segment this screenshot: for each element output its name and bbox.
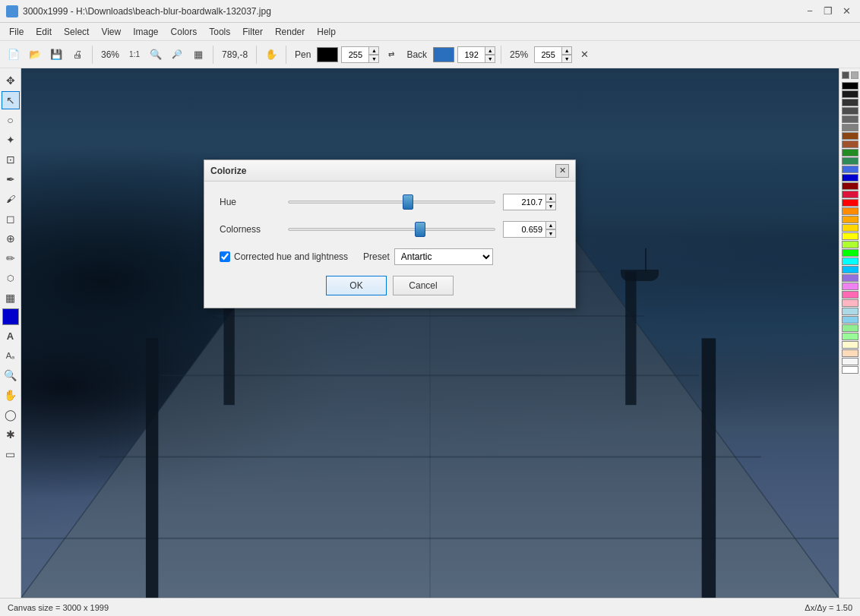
palette-btn-1[interactable] (842, 71, 849, 79)
corrected-checkbox[interactable] (220, 251, 230, 262)
menu-view[interactable]: View (95, 23, 127, 40)
swatch-mint[interactable] (842, 333, 858, 340)
swatch-lightyellow[interactable] (842, 341, 858, 349)
eyedropper-tool[interactable]: ✒ (2, 170, 20, 188)
zoom-out-btn[interactable]: 🔎 (168, 46, 186, 64)
menu-render[interactable]: Render (269, 23, 311, 40)
menu-tools[interactable]: Tools (203, 23, 236, 40)
preset-select[interactable]: Antartic Warm Cool Sepia Red Green Custo… (394, 248, 493, 265)
swatch-blue1[interactable] (842, 166, 858, 173)
hue-spin-down[interactable]: ▼ (545, 202, 556, 210)
swatch-pink1[interactable] (842, 291, 858, 299)
swatch-green2[interactable] (842, 157, 858, 165)
menu-help[interactable]: Help (311, 23, 342, 40)
zoom-tool[interactable]: 🔍 (2, 366, 20, 384)
swatch-red2[interactable] (842, 191, 858, 198)
swatch-orange1[interactable] (842, 207, 858, 215)
foreground-color[interactable] (2, 308, 19, 325)
rect-select-tool[interactable]: ▭ (2, 445, 20, 463)
ok-button[interactable]: OK (326, 276, 387, 295)
swatch-lightblue1[interactable] (842, 308, 858, 315)
corrected-label[interactable]: Corrected hue and lightness (234, 251, 348, 262)
swatch-dark3[interactable] (842, 107, 858, 115)
colorness-spin-up[interactable]: ▲ (545, 221, 556, 229)
save-btn[interactable]: 💾 (47, 46, 65, 64)
open-btn[interactable]: 📂 (26, 46, 44, 64)
colorness-spin-down[interactable]: ▼ (545, 229, 556, 238)
swatch-brown2[interactable] (842, 141, 858, 148)
new-btn[interactable]: 📄 (5, 46, 23, 64)
menu-filter[interactable]: Filter (236, 23, 269, 40)
menu-file[interactable]: File (3, 23, 30, 40)
swatch-red1[interactable] (842, 182, 858, 190)
zoom-11-btn[interactable]: 1:1 (125, 46, 144, 64)
magic-wand-tool[interactable]: ✦ (2, 131, 20, 149)
swatch-red3[interactable] (842, 199, 858, 207)
swap-colors-btn[interactable]: ⇄ (382, 46, 400, 64)
swatch-brown1[interactable] (842, 132, 858, 140)
swatch-lime2[interactable] (842, 249, 858, 257)
swatch-yellow2[interactable] (842, 232, 858, 240)
opacity-spin-down[interactable]: ▼ (561, 55, 572, 63)
hand-cursor-btn[interactable]: ✋ (262, 46, 280, 64)
back-value-input[interactable]: 192 (457, 46, 485, 63)
gradient-tool[interactable]: ▦ (2, 289, 20, 307)
swatch-dark1[interactable] (842, 90, 858, 98)
clear-btn[interactable]: ✕ (575, 46, 593, 64)
shape-tool[interactable]: ◯ (2, 406, 20, 424)
swatch-blue2[interactable] (842, 174, 858, 182)
swatch-lime1[interactable] (842, 241, 858, 248)
menu-edit[interactable]: Edit (30, 23, 58, 40)
hand-tool[interactable]: ✋ (2, 386, 20, 404)
paintbrush-tool[interactable]: 🖌 (2, 190, 20, 208)
back-spin-up[interactable]: ▲ (485, 46, 495, 55)
swatch-lightblue2[interactable] (842, 316, 858, 324)
restore-button[interactable]: ❐ (820, 4, 836, 19)
pen-spin-down[interactable]: ▼ (368, 55, 379, 63)
opacity-value-input[interactable]: 255 (534, 46, 561, 63)
minimize-button[interactable]: − (802, 4, 817, 19)
swatch-black[interactable] (842, 82, 858, 90)
swatch-dark2[interactable] (842, 99, 858, 106)
swatch-white1[interactable] (842, 358, 858, 365)
swatch-pink2[interactable] (842, 299, 858, 307)
menu-colors[interactable]: Colors (165, 23, 204, 40)
move-tool[interactable]: ✥ (2, 71, 20, 90)
swatch-gray2[interactable] (842, 124, 858, 131)
hue-slider-thumb[interactable] (403, 194, 413, 210)
text-tool[interactable]: A (2, 327, 20, 345)
menu-image[interactable]: Image (127, 23, 164, 40)
star-tool[interactable]: ✱ (2, 425, 20, 444)
opacity-spin-up[interactable]: ▲ (561, 46, 572, 55)
print-btn[interactable]: 🖨 (68, 46, 87, 64)
zoom-in-btn[interactable]: 🔍 (147, 46, 165, 64)
pointer-tool[interactable]: ↖ (2, 91, 20, 109)
swatch-green1[interactable] (842, 149, 858, 156)
pen-spin-up[interactable]: ▲ (368, 46, 379, 55)
swatch-gray1[interactable] (842, 115, 858, 123)
hue-spin-up[interactable]: ▲ (545, 194, 556, 202)
crop-tool[interactable]: ⊡ (2, 150, 20, 169)
swatch-cyan2[interactable] (842, 266, 858, 273)
swatch-purple2[interactable] (842, 283, 858, 290)
pen-value-input[interactable]: 255 (341, 46, 368, 63)
text-tool-alt[interactable]: Aₐ (2, 346, 20, 365)
palette-btn-2[interactable] (851, 71, 858, 79)
swatch-lightgreen[interactable] (842, 324, 858, 332)
swatch-yellow1[interactable] (842, 224, 858, 232)
swatch-cyan1[interactable] (842, 257, 858, 265)
swatch-purple1[interactable] (842, 274, 858, 282)
pen-color-box[interactable] (317, 47, 338, 62)
colorness-value-input[interactable]: 0.659 (503, 221, 545, 238)
close-button[interactable]: ✕ (839, 4, 854, 19)
eraser-tool[interactable]: ◻ (2, 210, 20, 228)
grid-btn[interactable]: ▦ (189, 46, 207, 64)
swatch-peach[interactable] (842, 349, 858, 357)
clone-tool[interactable]: ⊕ (2, 229, 20, 248)
hue-slider-track[interactable] (288, 194, 495, 210)
swatch-white2[interactable] (842, 366, 858, 374)
dialog-close-btn[interactable]: ✕ (555, 164, 569, 178)
colorness-slider-track[interactable] (288, 222, 495, 237)
hue-value-input[interactable]: 210.7 (503, 194, 545, 210)
lasso-tool[interactable]: ○ (2, 111, 20, 129)
